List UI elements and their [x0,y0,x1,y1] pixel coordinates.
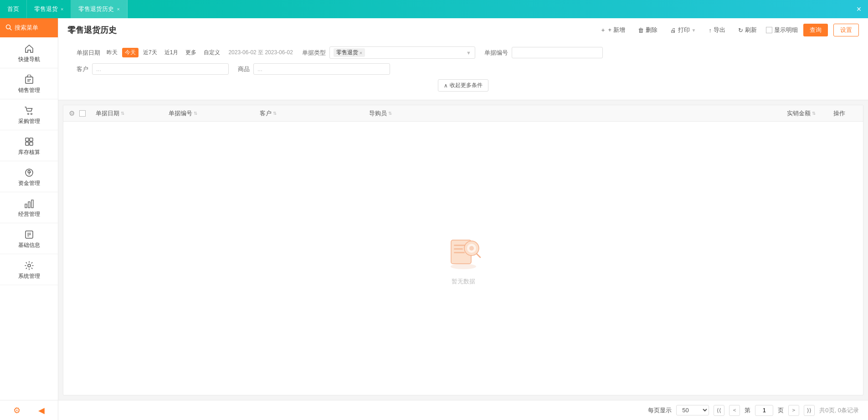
sidebar-item-inventory[interactable]: 库存核算 [0,130,58,161]
pagination-summary: 共0页, 0条记录 [819,406,859,415]
date-btn-today[interactable]: 今天 [122,48,139,57]
sidebar-search[interactable]: 搜索菜单 [0,18,58,37]
sidebar-item-purchase-label: 采购管理 [18,118,40,125]
tab-home[interactable]: 首页 [0,0,27,18]
svg-rect-14 [31,200,33,208]
collapse-icon: ∧ [444,82,448,89]
svg-rect-8 [30,138,33,141]
purchase-icon [24,106,34,116]
svg-rect-9 [26,142,29,145]
home-icon [24,44,34,54]
sidebar-item-operations[interactable]: 经营管理 [0,192,58,223]
doc-type-tag: 零售退货 × [334,48,365,57]
th-spacer [437,110,766,117]
sidebar-menu: 快捷导航 销售管理 [0,37,58,400]
sidebar-item-basic-info[interactable]: 基础信息 [0,223,58,254]
search-icon [5,24,12,32]
per-page-label: 每页显示 [648,406,672,415]
delete-icon: 🗑 [638,27,644,34]
next-page-button[interactable]: ＞ [788,405,799,416]
display-detail-checkbox[interactable] [766,27,772,33]
export-button[interactable]: ↑ 导出 [705,24,729,36]
sidebar-item-sales-mgmt[interactable]: 销售管理 [0,68,58,99]
page-unit: 页 [778,406,784,415]
date-btn-yesterday[interactable]: 昨天 [104,48,120,57]
add-button[interactable]: ＋ + 新增 [596,24,628,36]
settings-icon[interactable]: ⚙ [13,405,21,415]
customer-label: 客户 [77,65,88,73]
tab-retail-return[interactable]: 零售退货 × [27,0,71,18]
sidebar-item-quick-nav[interactable]: 快捷导航 [0,37,58,68]
empty-text: 暂无数据 [452,277,475,286]
doc-type-arrow-icon: ▼ [466,50,471,56]
refresh-button[interactable]: ↻ 刷新 [734,24,760,36]
svg-line-1 [10,28,12,30]
sidebar-item-purchase-mgmt[interactable]: 采购管理 [0,99,58,130]
print-icon: 🖨 [670,27,676,34]
sidebar-item-sys-mgmt[interactable]: 系统管理 [0,254,58,285]
sidebar-item-basic-info-label: 基础信息 [18,241,40,249]
close-retail-return-history-tab[interactable]: × [117,6,119,12]
th-date[interactable]: 单据日期 ⇅ [90,106,163,121]
sidebar-item-operations-label: 经营管理 [18,210,40,218]
page-actions: ＋ + 新增 🗑 删除 🖨 打印 ▼ ↑ 导出 [596,24,859,36]
basic-info-icon [24,230,34,240]
last-page-button[interactable]: ⟩⟩ [804,405,815,416]
sort-date-icon: ⇅ [121,111,124,116]
th-bill-no[interactable]: 单据编号 ⇅ [163,106,254,121]
per-page-select[interactable]: 50 20 100 [676,405,709,415]
th-amount[interactable]: 实销金额 ⇅ [766,106,821,121]
goods-input[interactable]: ... [253,63,390,75]
th-op: 操作 [821,106,858,121]
empty-illustration [443,231,484,272]
delete-button[interactable]: 🗑 删除 [634,24,661,36]
doc-type-tag-close[interactable]: × [360,50,362,56]
table-settings-icon[interactable]: ⚙ [69,109,75,118]
doc-no-input[interactable] [512,47,603,58]
prev-page-button[interactable]: ＜ [729,405,740,416]
svg-rect-12 [25,204,27,208]
date-btn-more[interactable]: 更多 [183,48,199,57]
sidebar-item-sys-mgmt-label: 系统管理 [18,272,40,280]
customer-input[interactable]: ... [92,63,229,75]
date-btn-1month[interactable]: 近1月 [162,48,181,57]
svg-point-5 [27,113,29,115]
speaker-icon[interactable]: ◀ [38,405,45,415]
page-input[interactable] [755,405,773,416]
page-header-top: 零售退货历史 ＋ + 新增 🗑 删除 🖨 打印 ▼ [67,24,859,36]
date-btn-7days[interactable]: 近7天 [140,48,160,57]
top-bar: 首页 零售退货 × 零售退货历史 × × [0,0,868,18]
sort-amount-icon: ⇅ [812,111,816,116]
settings-button[interactable]: 设置 [833,24,859,36]
doc-no-label: 单据编号 [484,49,508,57]
display-detail: 显示明细 [766,26,798,34]
sidebar-bottom: ⚙ ◀ [0,400,58,420]
tab-list: 首页 零售退货 × 零售退货历史 × [0,0,850,18]
print-button[interactable]: 🖨 打印 ▼ [667,24,700,36]
sort-customer-icon: ⇅ [273,111,277,116]
sidebar-item-finance[interactable]: 资金管理 [0,161,58,192]
table-toolbar: ⚙ 单据日期 ⇅ 单据编号 ⇅ 客户 ⇅ [63,105,863,122]
collapse-row: ∧ 收起更多条件 [77,79,850,94]
collapse-button[interactable]: ∧ 收起更多条件 [438,79,488,92]
date-filter-label: 单据日期 [77,49,100,57]
svg-point-28 [469,246,474,251]
svg-line-27 [477,254,480,257]
svg-rect-24 [454,252,465,253]
window-close-button[interactable]: × [850,0,868,18]
customer-filter: 客户 ... [77,63,229,75]
doc-type-select[interactable]: 零售退货 × ▼ [329,46,475,59]
first-page-button[interactable]: ⟨⟨ [714,405,724,416]
close-retail-return-tab[interactable]: × [61,6,63,12]
svg-rect-13 [28,202,30,208]
tab-retail-return-history[interactable]: 零售退货历史 × [71,0,127,18]
th-customer[interactable]: 客户 ⇅ [254,106,364,121]
table-header: 单据日期 ⇅ 单据编号 ⇅ 客户 ⇅ 导购员 ⇅ [90,106,858,121]
date-btn-custom[interactable]: 自定义 [201,48,223,57]
query-button[interactable]: 查询 [803,24,828,36]
doc-type-filter: 单据类型 零售退货 × ▼ [302,46,475,59]
sidebar-search-label: 搜索菜单 [15,24,38,32]
content-area: 零售退货历史 ＋ + 新增 🗑 删除 🖨 打印 ▼ [58,18,868,420]
th-guide[interactable]: 导购员 ⇅ [364,106,437,121]
select-all-checkbox[interactable] [79,110,86,117]
